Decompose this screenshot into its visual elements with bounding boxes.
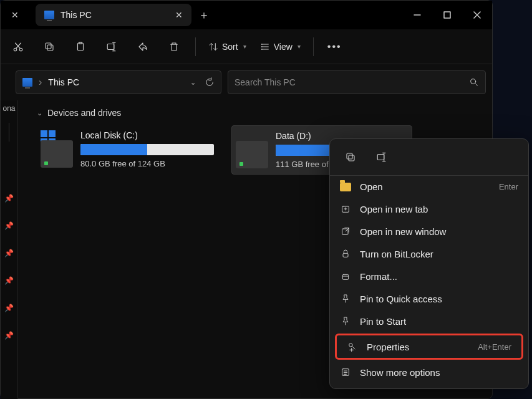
chevron-down-icon: ▾	[243, 43, 246, 50]
copy-icon	[345, 151, 356, 163]
context-menu-item[interactable]: PropertiesAlt+Enter	[343, 338, 515, 355]
sort-icon	[208, 42, 218, 52]
context-menu-label: Open in new tab	[360, 204, 428, 214]
pin-icon[interactable]: 📌	[4, 221, 14, 230]
highlighted-item: PropertiesAlt+Enter	[335, 334, 523, 360]
svg-rect-8	[47, 45, 53, 50]
copy-button[interactable]	[340, 147, 361, 168]
maximize-button[interactable]	[432, 1, 462, 29]
svg-rect-35	[343, 253, 348, 257]
context-menu-item[interactable]: OpenEnter	[330, 176, 528, 198]
cut-button[interactable]	[3, 34, 33, 59]
context-menu-item[interactable]: Pin to Start	[330, 310, 528, 332]
svg-point-20	[261, 46, 262, 47]
drive-name: Local Disk (C:)	[80, 130, 214, 140]
tab-close-icon[interactable]: ✕	[175, 10, 183, 20]
rename-icon	[106, 41, 117, 52]
copy-button[interactable]	[34, 34, 64, 59]
previous-tab-close[interactable]: ✕	[1, 1, 29, 29]
context-menu-label: Format...	[360, 271, 397, 282]
refresh-button[interactable]	[205, 77, 215, 87]
maximize-icon	[443, 11, 451, 19]
pin-icon[interactable]: 📌	[4, 331, 14, 340]
pin-icon	[340, 293, 351, 304]
new-tab-button[interactable]: ＋	[191, 1, 216, 29]
search-input[interactable]: Search This PC	[228, 70, 486, 94]
rename-button[interactable]	[97, 34, 127, 59]
pin-icon[interactable]: 📌	[4, 304, 14, 312]
bitlocker-icon	[340, 248, 351, 259]
pin-icon	[340, 315, 351, 327]
context-menu-item[interactable]: Show more options	[330, 361, 528, 383]
svg-point-21	[261, 49, 262, 49]
context-menu-item[interactable]: Pin to Quick access	[330, 287, 528, 310]
folder-icon	[340, 183, 351, 191]
chevron-down-icon: ▾	[297, 43, 301, 50]
context-menu-item[interactable]: Open in new window	[330, 220, 528, 243]
context-menu: OpenEnterOpen in new tabOpen in new wind…	[329, 138, 529, 389]
sort-label: Sort	[222, 42, 238, 52]
svg-rect-1	[444, 12, 450, 18]
pin-icon[interactable]: 📌	[4, 249, 14, 257]
tab-title: This PC	[60, 10, 92, 20]
drive-item[interactable]: Local Disk (C:) 80.0 GB free of 124 GB	[37, 125, 218, 175]
svg-rect-24	[349, 155, 354, 161]
chevron-down-icon[interactable]: ⌄	[190, 79, 196, 87]
search-placeholder: Search This PC	[235, 77, 296, 87]
search-icon	[469, 77, 479, 87]
drive-free-text: 80.0 GB free of 124 GB	[80, 159, 214, 168]
cut-icon	[12, 41, 24, 52]
close-button[interactable]	[462, 1, 492, 29]
rename-button[interactable]	[371, 147, 392, 168]
new-tab-icon	[340, 203, 351, 214]
computer-icon	[22, 78, 32, 87]
context-menu-quickactions	[330, 139, 528, 176]
context-menu-label: Pin to Quick access	[360, 294, 442, 304]
chevron-down-icon: ⌄	[37, 109, 42, 117]
svg-rect-9	[46, 43, 51, 49]
paste-button[interactable]	[65, 34, 95, 59]
tab-this-pc[interactable]: This PC ✕	[36, 4, 191, 26]
paste-icon	[75, 41, 86, 52]
address-row: › This PC ⌄ Search This PC	[1, 64, 492, 100]
gutter-top-label: ona	[2, 104, 15, 113]
view-button[interactable]: View ▾	[254, 34, 307, 59]
context-menu-item[interactable]: Format...	[330, 265, 528, 287]
svg-line-7	[16, 43, 21, 48]
more-icon	[340, 367, 351, 378]
svg-line-6	[16, 43, 21, 48]
minimize-icon	[414, 11, 421, 19]
group-title: Devices and drives	[47, 108, 121, 118]
share-button[interactable]	[128, 34, 158, 59]
delete-button[interactable]	[159, 34, 189, 59]
shortcut-label: Enter	[499, 182, 518, 191]
context-menu-label: Open in new window	[360, 226, 446, 237]
storage-bar	[80, 144, 214, 155]
drive-icon	[41, 140, 73, 168]
format-icon	[340, 271, 351, 282]
context-menu-item[interactable]: Turn on BitLocker	[330, 243, 528, 265]
share-icon	[137, 41, 148, 52]
close-icon	[473, 11, 481, 19]
minimize-button[interactable]	[402, 1, 432, 29]
context-menu-label: Open	[360, 181, 383, 192]
sort-button[interactable]: Sort ▾	[202, 34, 253, 59]
group-header[interactable]: ⌄ Devices and drives	[37, 108, 483, 118]
nav-gutter: ona 📌 📌 📌 📌 📌 📌	[1, 100, 18, 399]
computer-icon	[44, 11, 54, 19]
pin-icon[interactable]: 📌	[4, 276, 14, 285]
svg-rect-26	[377, 155, 384, 160]
context-menu-item[interactable]: Open in new tab	[330, 198, 528, 220]
address-bar[interactable]: › This PC ⌄	[16, 70, 221, 94]
context-menu-label: Properties	[367, 342, 409, 352]
svg-point-5	[19, 48, 22, 51]
more-button[interactable]: •••	[320, 41, 349, 52]
svg-point-19	[261, 44, 262, 44]
breadcrumb-sep: ›	[39, 77, 42, 88]
drive-icon	[236, 141, 268, 168]
svg-point-4	[14, 48, 17, 51]
pin-icon[interactable]: 📌	[4, 194, 14, 203]
view-icon	[260, 42, 270, 52]
view-label: View	[274, 42, 293, 52]
svg-point-22	[471, 79, 476, 84]
